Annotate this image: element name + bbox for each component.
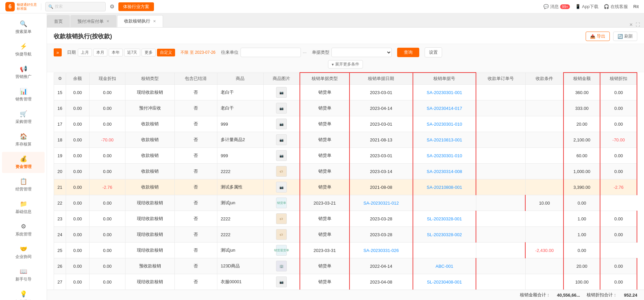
top-search-bar[interactable]: 🔍 搜索 — [45, 2, 106, 11]
tab-cancel-exec[interactable]: 收款核销执行 ✕ — [117, 15, 163, 27]
from-unit-ellipsis[interactable]: ··· — [303, 50, 307, 55]
search-btn[interactable]: 查询 — [397, 48, 419, 57]
cell-cancel-doc-date: 2023-04-14 — [350, 100, 413, 116]
cell-cancel-doc-no[interactable]: SL-20230328-001 — [413, 211, 476, 227]
app-logo: 6 畅捷通好生意 标准版 — [5, 2, 37, 11]
tab-home[interactable]: 首页 — [47, 15, 70, 27]
purchase-icon: 🛒 — [20, 110, 27, 118]
tab-cancel-close[interactable]: ✕ — [153, 19, 156, 24]
date-btn-more[interactable]: 更多 — [142, 49, 156, 56]
doc-no-link[interactable]: SL-20230328-002 — [427, 232, 462, 237]
th-receipt-condition: 收款条件 — [525, 73, 564, 85]
cell-cancel-doc-type: 销货单 — [300, 227, 350, 243]
sidebar-item-quick-nav[interactable]: ⚡ 快捷导航 — [2, 39, 45, 60]
sidebar-item-hardware[interactable]: 💡 智能硬件 — [2, 287, 45, 300]
expand-more-btn[interactable]: ▾ 展开更多条件 — [328, 60, 363, 69]
table-row: 23 0.00 0.00 现结收款核销 否 2222 🏷 销货单 2023-03… — [54, 211, 637, 227]
expand-more-icon: ▾ — [332, 62, 334, 67]
industry-solution-btn[interactable]: 体验行业方案 — [118, 2, 154, 11]
expand-tabs-icon[interactable]: ⛶ — [636, 22, 640, 27]
doc-no-link[interactable]: SA-20210808-001 — [427, 185, 462, 190]
cell-cancel-type: 收款核销 — [125, 116, 174, 132]
date-btn-this-year[interactable]: 本年 — [109, 49, 123, 56]
cell-cancel-doc-no[interactable]: SA-20230331-026 — [350, 243, 413, 258]
doc-no-link[interactable]: SA-20230331-026 — [363, 248, 399, 253]
sidebar-item-marketing[interactable]: 📢 营销推广 — [2, 62, 45, 83]
sidebar-item-sales[interactable]: 📊 销售管理 — [2, 84, 45, 105]
cell-product-image: 📷 — [263, 116, 300, 132]
cell-cancel-doc-date: 2021-08-13 — [350, 132, 413, 148]
app-download-btn[interactable]: 📱 App下载 — [575, 4, 598, 10]
cell-cancel-doc-no[interactable]: SA-20230301-001 — [413, 85, 476, 100]
sidebar-item-operations[interactable]: 📋 经营管理 — [2, 174, 45, 196]
cell-cancel-doc-no[interactable]: SA-20230314-008 — [413, 164, 476, 179]
cell-include-settled: 否 — [174, 211, 217, 227]
doc-no-link[interactable]: ABC-001 — [435, 264, 453, 269]
th-product: 商品 — [217, 73, 264, 85]
cell-cancel-amount: 100.00 — [564, 274, 600, 290]
cell-cancel-doc-type: 销货单 — [300, 132, 350, 148]
close-all-icon[interactable]: ✕ — [629, 22, 633, 27]
doc-no-link[interactable]: SA-20230414-017 — [427, 106, 462, 111]
doc-no-link[interactable]: SL-20230328-001 — [427, 216, 462, 221]
doc-no-link[interactable]: SA-20230321-012 — [363, 201, 399, 206]
doc-no-link[interactable]: SA-20230301-010 — [427, 153, 462, 158]
cell-receipt-order-no — [476, 227, 525, 243]
cell-cancel-doc-no[interactable]: SA-20230414-017 — [413, 100, 476, 116]
doc-no-link[interactable]: SA-20210813-001 — [427, 137, 462, 142]
refresh-btn[interactable]: 🔄 刷新 — [613, 32, 637, 41]
search-icon: 🔍 — [20, 20, 27, 28]
from-unit-input[interactable] — [240, 48, 301, 57]
product-image: 🏷 — [276, 166, 287, 177]
cell-cancel-doc-no[interactable]: SL-20230328-002 — [413, 227, 476, 243]
cell-cancel-doc-no[interactable]: SA-20230321-012 — [350, 195, 413, 211]
cell-cancel-doc-no[interactable]: SL-20230408-001 — [413, 274, 476, 290]
sidebar-item-search[interactable]: 🔍 搜索菜单 — [2, 17, 45, 38]
cell-receipt-condition — [525, 132, 564, 148]
cell-receipt-condition — [525, 179, 564, 195]
cell-cancel-doc-no[interactable]: SA-20210813-001 — [413, 132, 476, 148]
product-image: 📷 — [276, 276, 287, 287]
tab-prepay-close[interactable]: ✕ — [106, 19, 109, 24]
date-btn-custom[interactable]: 自定义 — [157, 49, 175, 56]
cell-cash-discount: -70.00 — [89, 132, 125, 148]
sidebar-item-inventory[interactable]: 🏠 库存核算 — [2, 129, 45, 151]
cell-cash-discount: 0.00 — [89, 164, 125, 179]
doc-type-select[interactable]: 销货单 销货退货单 — [331, 48, 392, 57]
date-btn-this-month[interactable]: 本月 — [93, 49, 107, 56]
cell-cancel-doc-no[interactable]: SA-20210808-001 — [413, 179, 476, 195]
sidebar-item-finance[interactable]: 💰 资金管理 — [2, 152, 45, 173]
cell-cancel-amount: 20.00 — [564, 116, 600, 132]
sidebar-item-purchase[interactable]: 🛒 采购管理 — [2, 107, 45, 128]
cell-cancel-doc-no[interactable]: ABC-001 — [413, 258, 476, 274]
cell-receipt-order-no — [413, 243, 476, 258]
sidebar-item-basic-info[interactable]: 📁 基础信息 — [2, 197, 45, 218]
export-btn[interactable]: 📤 导出 — [586, 32, 610, 41]
user-menu[interactable]: Rit — [633, 4, 639, 9]
cell-receipt-order-no — [476, 116, 525, 132]
setting-btn[interactable]: 设置 — [425, 47, 442, 57]
doc-no-link[interactable]: SA-20230314-008 — [427, 169, 462, 174]
sidebar-item-guide[interactable]: 📖 新手引导 — [2, 264, 45, 286]
settings-icon[interactable]: ⚙ — [110, 3, 114, 10]
date-btn-last-month[interactable]: 上月 — [78, 49, 92, 56]
doc-no-link[interactable]: SA-20230301-010 — [427, 122, 462, 127]
date-btn-7days[interactable]: 近7天 — [124, 49, 141, 56]
cell-cancel-doc-no[interactable]: SA-20230301-010 — [413, 116, 476, 132]
column-settings-icon[interactable]: ⚙ — [58, 76, 62, 81]
tab-prepay[interactable]: 预付冲应付单 ✕ — [70, 15, 116, 27]
top-bar: 6 畅捷通好生意 标准版 🔍 搜索 ⚙ 体验行业方案 💬 消息 99+ 📱 Ap… — [0, 0, 644, 13]
sidebar-item-collab[interactable]: 🤝 企业协同 — [2, 242, 45, 263]
message-btn[interactable]: 💬 消息 99+ — [543, 4, 570, 10]
th-settings[interactable]: ⚙ — [54, 73, 66, 85]
cell-cancel-type: 收款核销 — [125, 148, 174, 164]
online-service-btn[interactable]: 🎧 在线客服 — [604, 4, 628, 10]
doc-no-link[interactable]: SL-20230408-001 — [427, 280, 462, 285]
cell-cancel-doc-no[interactable]: SA-20230301-010 — [413, 148, 476, 164]
cell-cancel-type: 预收款核销 — [125, 258, 174, 274]
doc-no-link[interactable]: SA-20230301-001 — [427, 90, 462, 95]
collapse-filter-btn[interactable]: » — [54, 48, 62, 56]
cell-cancel-discount: 0.00 — [600, 85, 637, 100]
sidebar-item-system[interactable]: ⚙ 系统管理 — [2, 219, 45, 241]
cell-cancel-type: 现结收款核销 — [125, 195, 174, 211]
